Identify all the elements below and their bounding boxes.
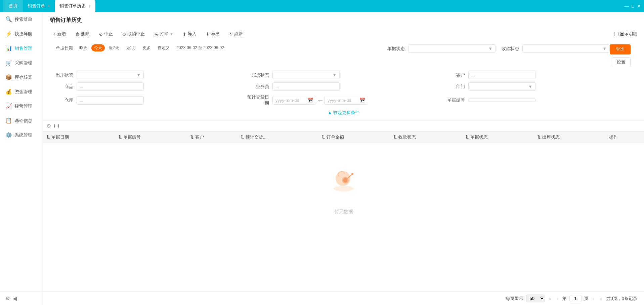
- col-date-label: ⇅: [46, 135, 51, 140]
- empty-icon: [327, 163, 360, 203]
- sidebar-item-basic-info[interactable]: 📋 基础信息: [0, 113, 43, 128]
- sidebar-item-inventory-label: 库存核算: [15, 74, 32, 80]
- payment-status-select[interactable]: ▼: [522, 44, 610, 53]
- tab-sales-order-history-close[interactable]: ×: [88, 4, 91, 8]
- col-expected-sort[interactable]: ⇅: [241, 135, 246, 140]
- next-page-button[interactable]: ›: [591, 295, 596, 302]
- close-window-icon[interactable]: —: [625, 4, 629, 9]
- payment-status-label: 收款状态: [496, 46, 522, 52]
- close-app-icon[interactable]: ✕: [637, 4, 641, 9]
- export-icon: ⬇: [206, 32, 210, 37]
- toolbar: + 新增 🗑 删除 ⊘ 中止 ⊘ 取消中止 🖨 打印 ▼ ⬆ 导: [43, 27, 644, 41]
- department-select[interactable]: ▼: [468, 82, 535, 91]
- page-title: 销售订单历史: [43, 12, 644, 27]
- sidebar-item-quick-nav-label: 快捷导航: [15, 31, 32, 37]
- tab-list: 首页 销售订单 × 销售订单历史 ×: [3, 0, 95, 12]
- refresh-button[interactable]: ↻ 刷新: [226, 29, 246, 39]
- sidebar-item-finance[interactable]: 💰 资金管理: [0, 84, 43, 99]
- tab-home[interactable]: 首页: [3, 0, 23, 12]
- sidebar-settings-icon[interactable]: ⚙: [5, 295, 10, 302]
- stop-button[interactable]: ⊘ 中止: [96, 29, 116, 39]
- first-page-button[interactable]: «: [548, 295, 553, 302]
- col-payment-sort[interactable]: ⇅: [393, 135, 398, 140]
- date-pill-today[interactable]: 今天: [91, 44, 105, 51]
- settings-button[interactable]: 设置: [612, 57, 631, 67]
- basic-info-icon: 📋: [5, 117, 12, 124]
- tab-sales-order[interactable]: 销售订单 ×: [23, 0, 55, 12]
- customer-input[interactable]: ...: [468, 71, 535, 79]
- sidebar-item-system[interactable]: ⚙️ 系统管理: [0, 128, 43, 142]
- date-pill-1month[interactable]: 近1月: [123, 44, 139, 51]
- out-status-select[interactable]: ▼: [77, 71, 144, 79]
- date-pills: 昨天 今天 近7天 近1月 更多 自定义: [77, 44, 172, 51]
- col-amount-sort[interactable]: ⇅: [321, 135, 327, 140]
- sidebar-collapse-icon[interactable]: ◀: [13, 295, 17, 302]
- import-label: 导入: [188, 31, 197, 37]
- department-label: 部门: [441, 84, 468, 90]
- print-button[interactable]: 🖨 打印 ▼: [151, 29, 177, 39]
- tab-sales-order-history[interactable]: 销售订单历史 ×: [55, 0, 95, 12]
- delete-label: 删除: [81, 31, 90, 37]
- complete-status-select[interactable]: ▼: [272, 71, 340, 79]
- search-icon: 🔍: [5, 16, 12, 23]
- salesperson-ellipsis[interactable]: ...: [275, 84, 279, 89]
- bill-status-select[interactable]: ▼: [408, 44, 496, 53]
- col-customer-sort[interactable]: ⇅: [190, 135, 195, 140]
- sidebar-item-sales[interactable]: 📊 销售管理: [0, 41, 43, 55]
- select-all-checkbox[interactable]: [54, 124, 59, 128]
- customer-ellipsis[interactable]: ...: [471, 72, 475, 77]
- export-button[interactable]: ⬇ 导出: [203, 29, 223, 39]
- department-arrow: ▼: [528, 84, 532, 89]
- expected-date-from[interactable]: yyyy-mm-dd 📅: [272, 96, 316, 105]
- warehouse-ellipsis[interactable]: ...: [80, 98, 83, 103]
- sidebar-item-inventory[interactable]: 📦 库存核算: [0, 70, 43, 84]
- date-filter-value: 昨天 今天 近7天 近1月 更多 自定义 2023-06-02 至 2023-0…: [77, 44, 381, 51]
- quick-nav-icon: ⚡: [5, 31, 12, 37]
- col-out-sort[interactable]: ⇅: [537, 135, 542, 140]
- page-input[interactable]: [569, 295, 582, 302]
- col-date: ⇅ 单据日期: [43, 131, 115, 143]
- add-button[interactable]: + 新增: [50, 29, 69, 39]
- sidebar-item-purchase[interactable]: 🛒 采购管理: [0, 55, 43, 70]
- date-pill-7days[interactable]: 近7天: [106, 44, 122, 51]
- tab-sales-order-close[interactable]: ×: [48, 4, 50, 8]
- sidebar-item-search[interactable]: 🔍 搜索菜单: [0, 12, 43, 27]
- prev-page-button[interactable]: ‹: [555, 295, 560, 302]
- table-footer: 每页显示 50 10 20 100 « ‹ 第 页 › » 共0页，0条记录: [43, 292, 644, 305]
- add-icon: +: [53, 32, 56, 37]
- maximize-icon[interactable]: □: [632, 4, 634, 9]
- show-detail-checkbox[interactable]: [614, 32, 618, 36]
- goods-ellipsis[interactable]: ...: [80, 84, 83, 89]
- date-pill-yesterday[interactable]: 昨天: [77, 44, 90, 51]
- print-dropdown-icon[interactable]: ▼: [170, 32, 173, 36]
- col-payment-status: ⇅ 收款状态: [390, 131, 462, 143]
- filter-actions: 查询 设置: [610, 44, 637, 67]
- page-label: 第: [562, 296, 567, 302]
- query-button[interactable]: 查询: [610, 44, 631, 54]
- collapse-filter-btn[interactable]: ▲ 收起更多条件: [50, 108, 637, 117]
- cancel-stop-button[interactable]: ⊘ 取消中止: [119, 29, 148, 39]
- delete-button[interactable]: 🗑 删除: [72, 29, 93, 39]
- col-actions: 操作: [606, 131, 644, 143]
- per-page-select[interactable]: 50 10 20 100: [526, 295, 545, 302]
- col-expected-date: ⇅ 预计交货...: [237, 131, 318, 143]
- col-bill-no-sort[interactable]: ⇅: [118, 135, 123, 140]
- import-button[interactable]: ⬆ 导入: [179, 29, 200, 39]
- table-settings-icon[interactable]: ⚙: [46, 123, 51, 129]
- bill-no-input[interactable]: [468, 99, 535, 102]
- sidebar-item-quick-nav[interactable]: ⚡ 快捷导航: [0, 27, 43, 41]
- calendar-to-icon[interactable]: 📅: [359, 98, 365, 103]
- last-page-button[interactable]: »: [598, 295, 604, 302]
- salesperson-input[interactable]: ...: [272, 82, 340, 91]
- col-bill-status-sort[interactable]: ⇅: [465, 135, 470, 140]
- date-pill-custom[interactable]: 自定义: [155, 44, 172, 51]
- date-pill-more[interactable]: 更多: [140, 44, 154, 51]
- payment-status-arrow: ▼: [602, 46, 607, 51]
- expected-date-to[interactable]: yyyy-mm-dd 📅: [325, 96, 368, 105]
- sidebar-item-operations[interactable]: 📈 经营管理: [0, 99, 43, 113]
- calendar-from-icon[interactable]: 📅: [307, 98, 313, 103]
- goods-input[interactable]: ...: [77, 82, 144, 91]
- complete-status-arrow: ▼: [332, 72, 337, 77]
- svg-point-5: [351, 173, 353, 175]
- warehouse-input[interactable]: ...: [77, 96, 144, 105]
